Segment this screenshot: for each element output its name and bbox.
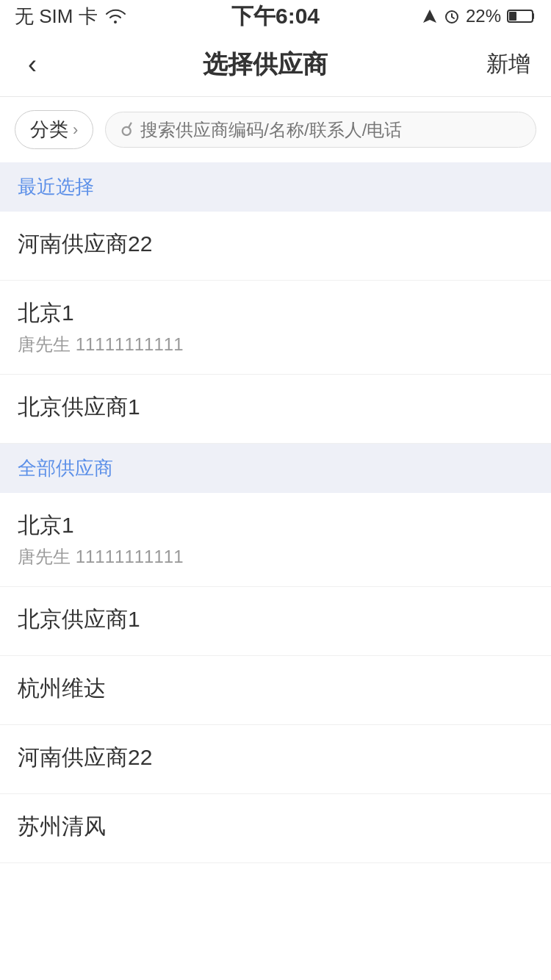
page-title: 选择供应商 [203,48,328,82]
category-filter-button[interactable]: 分类 › [15,110,93,149]
status-left: 无 SIM 卡 [15,4,127,29]
recent-list: 河南供应商22北京1唐先生 11111111111北京供应商1 [0,212,551,444]
back-button[interactable]: ‹ [21,42,44,87]
item-name: 杭州维达 [18,674,533,704]
item-sub: 唐先生 11111111111 [18,333,533,356]
new-action-button[interactable]: 新增 [486,49,530,79]
wifi-icon [104,7,127,25]
search-icon: ☌ [120,118,133,141]
item-name: 北京1 [18,511,533,541]
status-right: 22% [422,6,536,26]
category-label: 分类 [30,117,68,143]
list-item[interactable]: 河南供应商22 [0,212,551,281]
svg-rect-2 [509,12,516,21]
search-box[interactable]: ☌ [105,112,536,148]
alarm-icon [444,8,460,24]
item-name: 北京1 [18,298,533,328]
all-list: 北京1唐先生 11111111111北京供应商1杭州维达河南供应商22苏州清风 [0,493,551,863]
item-name: 北京供应商1 [18,392,533,422]
battery-label: 22% [466,6,501,26]
status-time: 下午6:04 [231,1,320,32]
list-item[interactable]: 北京供应商1 [0,375,551,444]
location-icon [422,8,438,24]
item-name: 河南供应商22 [18,229,533,259]
list-item[interactable]: 北京供应商1 [0,587,551,656]
recent-section-header: 最近选择 [0,162,551,212]
battery-icon [507,8,536,24]
chevron-right-icon: › [73,120,78,140]
all-section-header: 全部供应商 [0,444,551,493]
list-item[interactable]: 苏州清风 [0,794,551,863]
list-item[interactable]: 杭州维达 [0,656,551,725]
list-item[interactable]: 河南供应商22 [0,725,551,794]
no-sim-label: 无 SIM 卡 [15,4,98,29]
all-section-label: 全部供应商 [18,457,113,479]
item-name: 河南供应商22 [18,743,533,773]
item-name: 苏州清风 [18,812,533,842]
item-sub: 唐先生 11111111111 [18,545,533,569]
recent-section-label: 最近选择 [18,176,94,198]
item-name: 北京供应商1 [18,605,533,635]
filter-bar: 分类 › ☌ [0,97,551,162]
list-item[interactable]: 北京1唐先生 11111111111 [0,493,551,587]
nav-bar: ‹ 选择供应商 新增 [0,32,551,97]
status-bar: 无 SIM 卡 下午6:04 22% [0,0,551,32]
list-item[interactable]: 北京1唐先生 11111111111 [0,281,551,375]
search-input[interactable] [140,120,521,140]
